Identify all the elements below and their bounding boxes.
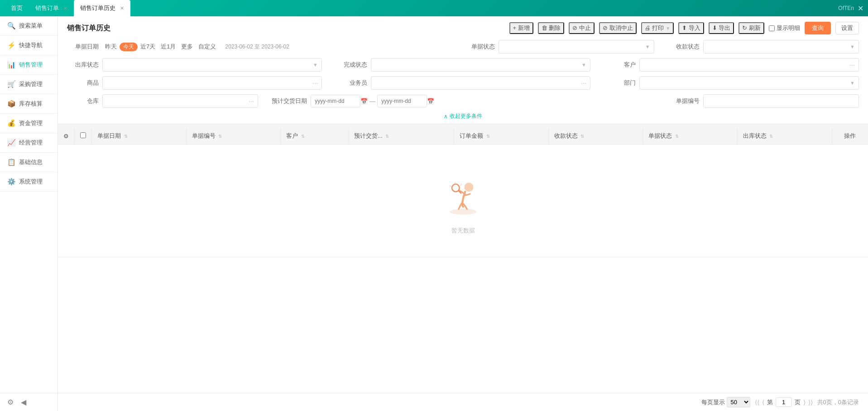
svg-line-4 xyxy=(460,184,461,185)
sidebar-item-quick-nav[interactable]: ⚡ 快捷导航 xyxy=(0,36,58,55)
first-page-button[interactable]: ⟨⟨ xyxy=(755,399,759,406)
filter-customer: 客户 ··· xyxy=(604,58,859,72)
empty-text: 暂无数据 xyxy=(451,227,475,235)
pagination: ⟨⟨ ⟨ 第 页 ⟩ ⟩⟩ xyxy=(755,397,813,407)
settings-button-label: 设置 xyxy=(841,24,853,31)
import-button[interactable]: ⬆ 导入 xyxy=(678,22,704,34)
query-button[interactable]: 查询 xyxy=(805,22,831,34)
sidebar-item-operations[interactable]: 📈 经营管理 xyxy=(0,133,58,153)
page-title-row: 销售订单历史 + 新增 🗑 删除 ⊘ 中止 ⊘ 取消中止 🖨 xyxy=(67,22,859,34)
search-icon: 🔍 xyxy=(7,22,15,30)
tab-sales-order-close[interactable]: ✕ xyxy=(63,5,67,11)
select-all-checkbox[interactable] xyxy=(80,132,86,138)
sidebar-item-sales[interactable]: 📊 销售管理 xyxy=(0,55,58,75)
cal-to-icon[interactable]: 📅 xyxy=(427,98,434,105)
col-order-amount-label: 订单金额 xyxy=(460,132,483,139)
header-row: ⚙ 单据日期 ⇅ 单据编号 ⇅ xyxy=(58,128,868,145)
date-opt-more[interactable]: 更多 xyxy=(178,43,196,51)
print-button[interactable]: 🖨 打印 ▼ xyxy=(641,22,674,34)
est-delivery-from[interactable] xyxy=(311,95,360,107)
tab-sales-history[interactable]: 销售订单历史 ✕ xyxy=(74,0,130,16)
delete-button[interactable]: 🗑 删除 xyxy=(538,22,565,34)
filter-payment-status: 收款状态 ▼ xyxy=(668,40,859,53)
tab-sales-history-close[interactable]: ✕ xyxy=(120,5,124,11)
col-checkbox[interactable] xyxy=(75,128,92,145)
col-payment-status-label: 收款状态 xyxy=(554,132,578,139)
date-opt-7days[interactable]: 近7天 xyxy=(138,43,158,51)
filter-row-1: 单据日期 昨天 今天 近7天 近1月 更多 自定义 2023-06-02 至 2… xyxy=(67,40,859,53)
col-doc-number[interactable]: 单据编号 ⇅ xyxy=(186,128,281,145)
collapse-row[interactable]: ∧ 收起更多条件 xyxy=(67,111,859,120)
col-customer-sort: ⇅ xyxy=(301,134,305,139)
top-bar-right: OfTEn ✕ xyxy=(838,4,863,13)
sidebar-item-finance[interactable]: 💰 资金管理 xyxy=(0,114,58,133)
sidebar-item-system[interactable]: ⚙️ 系统管理 xyxy=(0,172,58,192)
new-button[interactable]: + 新增 xyxy=(509,22,533,34)
sidebar-item-inventory[interactable]: 📦 库存核算 xyxy=(0,94,58,114)
product-control[interactable]: ··· xyxy=(102,76,322,90)
sidebar-item-operations-label: 经营管理 xyxy=(19,139,43,147)
svg-point-1 xyxy=(464,183,473,192)
sidebar-item-search[interactable]: 🔍 搜索菜单 xyxy=(0,16,58,36)
page-input[interactable] xyxy=(776,397,792,407)
table-settings-icon[interactable]: ⚙ xyxy=(63,133,69,140)
sidebar-item-sales-label: 销售管理 xyxy=(19,61,43,69)
col-doc-date[interactable]: 单据日期 ⇅ xyxy=(92,128,187,145)
stop-button[interactable]: ⊘ 中止 xyxy=(569,22,595,34)
est-delivery-to[interactable] xyxy=(377,95,427,107)
col-outbound-status[interactable]: 出库状态 ⇅ xyxy=(737,128,832,145)
refresh-button[interactable]: ↻ 刷新 xyxy=(739,22,764,34)
settings-button[interactable]: 设置 xyxy=(835,22,859,34)
col-customer[interactable]: 客户 ⇅ xyxy=(281,128,348,145)
filter-department: 部门 ▼ xyxy=(604,76,859,90)
tab-home[interactable]: 首页 xyxy=(5,0,29,16)
salesperson-control[interactable]: ··· xyxy=(371,76,590,90)
doc-number-control[interactable] xyxy=(703,94,859,108)
display-detail-checkbox[interactable] xyxy=(769,25,775,31)
date-opt-custom[interactable]: 自定义 xyxy=(196,43,219,51)
sidebar-item-purchase[interactable]: 🛒 采购管理 xyxy=(0,75,58,94)
last-page-button[interactable]: ⟩⟩ xyxy=(808,399,813,406)
col-order-amount[interactable]: 订单金额 ⇅ xyxy=(454,128,548,145)
filter-completion-status: 完成状态 ▼ xyxy=(336,58,590,72)
top-bar-close-icon[interactable]: ✕ xyxy=(858,4,863,13)
outbound-status-label: 出库状态 xyxy=(67,61,99,69)
date-opt-yesterday[interactable]: 昨天 xyxy=(102,43,120,51)
sidebar-collapse-icon[interactable]: ◀ xyxy=(21,398,26,406)
prev-page-button[interactable]: ⟨ xyxy=(762,399,764,406)
date-opt-today[interactable]: 今天 xyxy=(120,43,138,51)
payment-status-control[interactable]: ▼ xyxy=(703,40,859,53)
completion-status-control[interactable]: ▼ xyxy=(371,58,590,72)
purchase-icon: 🛒 xyxy=(7,80,15,88)
col-payment-status[interactable]: 收款状态 ⇅ xyxy=(548,128,643,145)
date-opt-1month[interactable]: 近1月 xyxy=(158,43,178,51)
tab-sales-order[interactable]: 销售订单 ✕ xyxy=(29,0,74,16)
col-doc-date-label: 单据日期 xyxy=(97,132,121,139)
sidebar-item-base[interactable]: 📋 基础信息 xyxy=(0,153,58,172)
col-doc-status[interactable]: 单据状态 ⇅ xyxy=(643,128,738,145)
customer-control[interactable]: ··· xyxy=(639,58,859,72)
export-button[interactable]: ⬇ 导出 xyxy=(709,22,734,34)
sidebar-settings-icon[interactable]: ⚙ xyxy=(7,398,14,406)
per-page-dropdown[interactable]: 10 20 50 100 xyxy=(727,397,750,407)
doc-status-control[interactable]: ▼ xyxy=(499,40,654,53)
filter-row-3: 商品 ··· 业务员 ··· 部门 ▼ xyxy=(67,76,859,90)
filter-row-4: 仓库 ··· 预计交货日期 📅 — 📅 单据编号 xyxy=(67,94,859,108)
display-detail-label: 显示明细 xyxy=(769,24,800,32)
department-label: 部门 xyxy=(604,79,636,87)
outbound-status-control[interactable]: ▼ xyxy=(102,58,322,72)
new-button-label: + 新增 xyxy=(513,24,530,32)
often-text: OfTEn xyxy=(838,5,854,11)
per-page-select: 每页显示 10 20 50 100 xyxy=(701,397,750,407)
col-est-delivery[interactable]: 预计交货... ⇅ xyxy=(348,128,454,145)
cancel-stop-button[interactable]: ⊘ 取消中止 xyxy=(599,22,637,34)
filter-product: 商品 ··· xyxy=(67,76,322,90)
filter-doc-number: 单据编号 xyxy=(668,94,859,108)
department-control[interactable]: ▼ xyxy=(639,76,859,90)
doc-date-label: 单据日期 xyxy=(67,43,99,51)
warehouse-control[interactable]: ··· xyxy=(102,94,258,108)
footer: 每页显示 10 20 50 100 ⟨⟨ ⟨ 第 页 ⟩ ⟩⟩ 共0页，0条记录 xyxy=(58,393,868,411)
cal-from-icon[interactable]: 📅 xyxy=(360,98,368,105)
col-settings[interactable]: ⚙ xyxy=(58,128,75,145)
next-page-button[interactable]: ⟩ xyxy=(803,399,806,406)
